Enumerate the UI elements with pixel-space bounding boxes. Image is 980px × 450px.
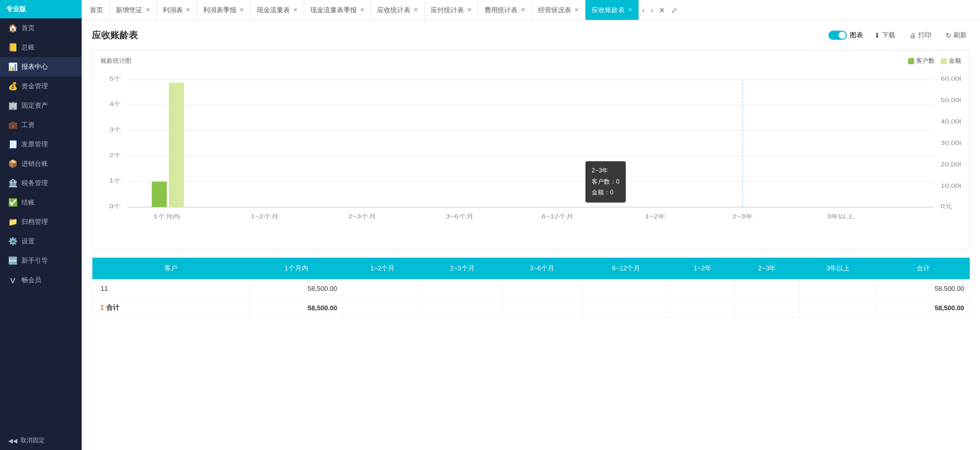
cell-m1: 58,500.00 (250, 280, 342, 298)
chart-toggle[interactable]: 图表 (828, 31, 863, 40)
tab-close-icon[interactable]: ✕ (145, 7, 150, 13)
home-icon: 🏠 (8, 23, 17, 33)
total-m1-2 (342, 298, 422, 318)
total-y1-2 (670, 298, 735, 318)
col-header-m1-2: 1~2个月 (342, 258, 422, 280)
tab-label: 利润表 (163, 6, 183, 15)
sidebar-item-label: 新手引导 (21, 256, 48, 265)
unpin-button[interactable]: ◀◀ 取消固定 (0, 431, 82, 450)
tab-business-status[interactable]: 经营状况表 ✕ (532, 0, 585, 20)
col-header-total: 合计 (877, 258, 969, 280)
total-label: Σ 合计 (101, 303, 244, 312)
legend-amount-dot (941, 58, 947, 64)
col-header-y3plus: 3年以上 (799, 258, 877, 280)
chart-legend: 客户数 金额 (908, 57, 961, 65)
finance-icon: 💰 (8, 82, 17, 91)
sidebar-item-tax[interactable]: 🏦 税务管理 (0, 173, 82, 193)
total-text: 合计 (106, 303, 119, 312)
tax-icon: 🏦 (8, 179, 17, 188)
cell-m1-2 (342, 280, 422, 298)
cell-y2-3 (735, 280, 800, 298)
tab-profit[interactable]: 利润表 ✕ (157, 0, 197, 20)
tab-ar-stats[interactable]: 应收统计表 ✕ (371, 0, 425, 20)
sidebar-item-close[interactable]: ✅ 结账 (0, 193, 82, 212)
sidebar-item-invoice[interactable]: 🧾 发票管理 (0, 135, 82, 154)
sidebar-item-finance[interactable]: 💰 资金管理 (0, 77, 82, 96)
salary-icon: 💼 (8, 120, 17, 130)
reports-icon: 📊 (8, 62, 17, 71)
sidebar-item-vip[interactable]: V 畅会员 (0, 270, 82, 290)
unpin-icon: ◀◀ (8, 437, 17, 444)
sidebar-item-guide[interactable]: 🆕 新手引导 (0, 251, 82, 270)
svg-text:1~2个月: 1~2个月 (251, 213, 278, 220)
total-m6-12 (582, 298, 670, 318)
sidebar-item-reports[interactable]: 📊 报表中心 (0, 57, 82, 77)
legend-amount-label: 金额 (949, 57, 961, 65)
sidebar-item-home[interactable]: 🏠 首页 (0, 18, 82, 38)
tab-ar-aging[interactable]: 应收账龄表 ✕ (585, 0, 639, 20)
tab-cashflow-quarterly[interactable]: 现金流量表季报 ✕ (304, 0, 371, 20)
sidebar-item-sales[interactable]: 📦 进销台账 (0, 154, 82, 173)
tab-close-icon[interactable]: ✕ (467, 7, 472, 13)
tab-new-voucher[interactable]: 新增凭证 ✕ (110, 0, 157, 20)
tab-close-all-button[interactable]: ✕ (656, 4, 668, 16)
svg-text:1个: 1个 (109, 178, 121, 184)
toggle-label: 图表 (850, 31, 863, 40)
svg-text:2~3个月: 2~3个月 (348, 213, 376, 220)
legend-customers: 客户数 (908, 57, 935, 65)
tab-label: 应收账龄表 (592, 6, 625, 15)
tab-ap-stats[interactable]: 应付统计表 ✕ (425, 0, 478, 20)
tab-close-icon[interactable]: ✕ (186, 7, 190, 13)
sidebar-item-label: 设置 (21, 237, 35, 246)
col-header-customer: 客户 (92, 258, 250, 280)
sidebar-item-assets[interactable]: 🏢 固定资产 (0, 96, 82, 115)
data-table: 客户 1个月内 1~2个月 2~3个月 3~6个月 6~12个月 1~2年 2~… (92, 258, 970, 318)
sidebar-item-ledger[interactable]: 📒 总账 (0, 38, 82, 57)
cell-m2-3 (422, 280, 502, 298)
tab-close-icon[interactable]: ✕ (239, 7, 244, 13)
cell-y3plus (799, 280, 877, 298)
tab-bar: 首页 新增凭证 ✕ 利润表 ✕ 利润表季报 ✕ 现金流量表 ✕ 现金流量表季报 … (82, 0, 980, 20)
sidebar-item-archive[interactable]: 📁 归档管理 (0, 212, 82, 232)
refresh-button[interactable]: ↻ 刷新 (943, 29, 970, 42)
svg-text:0个: 0个 (109, 203, 121, 210)
tab-prev-button[interactable]: ‹ (639, 4, 648, 16)
sidebar-item-label: 工资 (21, 120, 35, 130)
page-body: 应收账龄表 图表 ⬇ 下载 🖨 打印 (82, 20, 980, 450)
tab-expense-stats[interactable]: 费用统计表 ✕ (478, 0, 532, 20)
total-y2-3 (735, 298, 800, 318)
tab-label: 经营状况表 (538, 6, 571, 15)
tab-close-icon[interactable]: ✕ (293, 7, 298, 13)
tab-close-icon[interactable]: ✕ (628, 7, 632, 13)
tab-profit-quarterly[interactable]: 利润表季报 ✕ (197, 0, 251, 20)
assets-icon: 🏢 (8, 101, 17, 110)
chart-svg: 5个 4个 3个 2个 1个 0个 60,000.00元 50,000.00元 … (101, 69, 961, 243)
sidebar-item-settings[interactable]: ⚙️ 设置 (0, 232, 82, 251)
total-m1: 58,500.00 (250, 298, 342, 318)
tab-next-button[interactable]: › (648, 4, 656, 16)
page-actions: 图表 ⬇ 下载 🖨 打印 ↻ 刷新 (828, 29, 970, 42)
tab-home[interactable]: 首页 (84, 0, 110, 20)
tab-expand-button[interactable]: ⤢ (668, 4, 680, 16)
svg-text:2~3年: 2~3年 (732, 213, 753, 220)
tab-label: 利润表季报 (203, 6, 236, 15)
tab-label: 应付统计表 (431, 6, 464, 15)
sidebar-item-label: 归档管理 (21, 217, 48, 227)
tab-close-icon[interactable]: ✕ (360, 7, 364, 13)
tab-close-icon[interactable]: ✕ (521, 7, 525, 13)
archive-icon: 📁 (8, 217, 17, 227)
total-label-cell: Σ 合计 (92, 298, 250, 318)
cell-m6-12 (582, 280, 670, 298)
sidebar-item-label: 总账 (21, 43, 35, 52)
tab-close-icon[interactable]: ✕ (413, 7, 418, 13)
print-button[interactable]: 🖨 打印 (906, 29, 935, 42)
print-icon: 🖨 (910, 32, 916, 39)
guide-icon: 🆕 (8, 256, 17, 265)
svg-text:1个月内: 1个月内 (154, 213, 180, 220)
legend-customers-dot (908, 58, 914, 64)
total-sum-icon: Σ (101, 304, 104, 311)
tab-cashflow[interactable]: 现金流量表 ✕ (251, 0, 304, 20)
download-button[interactable]: ⬇ 下载 (871, 29, 898, 42)
sidebar-item-salary[interactable]: 💼 工资 (0, 115, 82, 135)
tab-close-icon[interactable]: ✕ (574, 7, 579, 13)
